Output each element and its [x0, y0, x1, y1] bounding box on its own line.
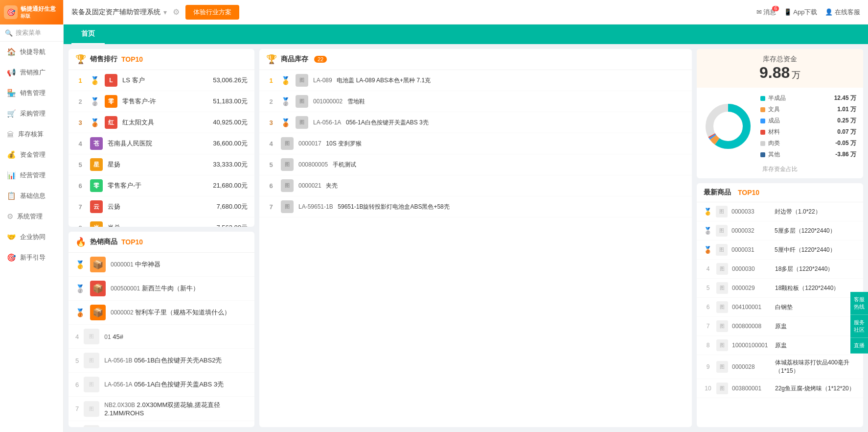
customer-amount: 7,563.00元 [216, 223, 248, 227]
sidebar-item-finance[interactable]: 💰 资金管理 [0, 144, 63, 165]
rank-number: 3 [75, 119, 85, 126]
new-product-code: 0000030 [732, 265, 771, 272]
sidebar-item-marketing[interactable]: 📢 营销推广 [0, 62, 63, 83]
newest-products-top-label: TOP10 [738, 189, 759, 196]
new-product-image: 图 [716, 339, 728, 351]
service-icon: 👤 [825, 8, 833, 16]
sidebar-item-basic[interactable]: 📋 基础信息 [0, 186, 63, 206]
customer-amount: 33,333.00元 [213, 160, 248, 169]
product-name: 45# [113, 333, 123, 340]
new-product-image: 图 [716, 282, 728, 294]
new-product-item: 10 图 003800001 22g鱼豆腐-烧烤味（1*12*20） [697, 379, 863, 398]
inv-avatar: 图 [296, 95, 308, 108]
legend-label: 成品 [768, 117, 834, 125]
medal-icon: 🥈 [90, 97, 100, 106]
new-product-code: 0000028 [732, 363, 771, 370]
new-product-item: 6 图 004100001 白钢垫 [697, 298, 863, 317]
new-product-code: 0000032 [731, 227, 771, 234]
new-product-image: 图 [716, 320, 728, 332]
customer-rank-item: 4 苍 苍南县人民医院 36,600.00元 [69, 133, 254, 154]
settings-icon[interactable]: ⚙ [173, 7, 180, 17]
product-image: 📦 [90, 281, 106, 296]
new-product-code: 0000029 [732, 285, 771, 291]
inv-product-info: 001000002 雪地鞋 [313, 97, 685, 106]
stock-total-unit: 万 [792, 70, 800, 80]
legend-item: 其他 -3.86 万 [760, 149, 856, 160]
medal-icon: 🥇 [90, 76, 100, 85]
inv-product-name: 056-1A白色按键开关盖ABS 3壳 [346, 119, 429, 126]
sidebar-item-sales[interactable]: 🏪 销售管理 [0, 83, 63, 103]
sidebar-label-sales: 销售管理 [20, 89, 46, 97]
inventory-rank-header: 🏆 商品库存 22 [259, 49, 692, 70]
sidebar-label-cooperation: 企业协同 [20, 233, 46, 241]
product-image: 图 [84, 329, 99, 344]
message-btn[interactable]: ✉ 消息 6 [756, 8, 777, 17]
sidebar: 🎯 畅捷通好生意 标版 🔍 搜索菜单 🏠 快捷导航 📢 营销推广 🏪 销售管理 … [0, 0, 64, 432]
online-service-btn[interactable]: 👤 在线客服 [825, 8, 860, 17]
hot-product-item: 4 图 01 45# [69, 325, 254, 349]
rank-indicator: 4 [75, 333, 79, 340]
system-title-text: 装备及固定资产辅助管理系统 [71, 8, 160, 17]
inv-product-info: LA-59651-1B 59651-1B旋转投影灯电池盒ABS黑色+58壳 [298, 203, 685, 211]
sidebar-item-purchase[interactable]: 🛒 采购管理 [0, 103, 63, 124]
rank-number: 5 [75, 357, 79, 364]
legend-color [760, 152, 765, 157]
sidebar-item-cooperation[interactable]: 🤝 企业协同 [0, 227, 63, 247]
inventory-rank-item: 4 图 0000017 10S 变刹罗猴 [259, 133, 692, 154]
app-download-btn[interactable]: 📱 App下载 [784, 8, 817, 17]
hot-products-top-label: TOP10 [121, 238, 143, 246]
customer-name: 红太阳文具 [122, 118, 208, 127]
hot-product-item: 6 图 LA-056-1A 056-1A白色按键开关盖ABS 3壳 [69, 373, 254, 397]
tab-home[interactable]: 首页 [71, 24, 105, 44]
customer-rank-item: 7 云 云扬 7,680.00元 [69, 196, 254, 217]
sidebar-item-operation[interactable]: 📊 经营管理 [0, 165, 63, 186]
medal-icon: 🥉 [90, 118, 100, 127]
customer-rank-item: 2 🥈 零 零售客户-许 51,183.00元 [69, 91, 254, 112]
inventory-rank-item: 7 图 LA-59651-1B 59651-1B旋转投影灯电池盒ABS黑色+58… [259, 196, 692, 217]
sidebar-label-finance: 资金管理 [20, 150, 46, 159]
inv-product-code: LA-089 [313, 77, 332, 84]
inv-product-name: 夹壳 [326, 182, 338, 189]
product-info: 000500001 新西兰牛肉（新牛） [111, 284, 248, 293]
app-name: 畅捷通好生意 [21, 5, 56, 13]
new-product-item: 🥇 图 0000033 封边带（1.0*22） [697, 202, 863, 221]
customer-service-btn[interactable]: 客服热线 [850, 292, 868, 315]
sidebar-label-basic: 基础信息 [20, 192, 46, 200]
direct-btn[interactable]: 直播 [850, 338, 868, 354]
stock-total-label: 库存总资金 [763, 55, 797, 63]
sidebar-item-quick-nav[interactable]: 🏠 快捷导航 [0, 42, 63, 62]
sidebar-item-system[interactable]: ⚙ 系统管理 [0, 206, 63, 227]
new-product-item: 🥉 图 0000031 5厘中纤（1220*2440） [697, 240, 863, 260]
rank-number: 5 [266, 161, 276, 168]
customer-name: 星扬 [108, 160, 208, 169]
dropdown-icon[interactable]: ▾ [163, 8, 167, 16]
product-code: 0000001 [111, 261, 134, 268]
service-community-btn[interactable]: 服务社区 [850, 315, 868, 338]
inv-avatar: 图 [281, 158, 294, 171]
customer-amount: 40,925.00元 [213, 118, 248, 127]
legend-item: 文具 1.01 万 [760, 104, 856, 115]
sidebar-item-guide[interactable]: 🎯 新手引导 [0, 247, 63, 268]
stock-summary-card: 库存总资金 9.88 万 [697, 49, 863, 178]
stock-trophy-icon: 🏆 [266, 54, 277, 65]
customer-name: 零售客户-许 [122, 97, 208, 106]
topbar: 装备及固定资产辅助管理系统 ▾ ⚙ 体验行业方案 ✉ 消息 6 📱 App下载 … [64, 0, 868, 24]
legend-color [760, 107, 765, 112]
body-area: 🏆 销售排行 TOP10 1 🥇 L LS 客户 53,006.26元 2 🥈 … [64, 44, 868, 432]
inv-product-code: 0000017 [298, 140, 321, 147]
rank-number: 4 [75, 140, 85, 147]
newest-products-card: 最新商品 TOP10 🥇 图 0000033 封边带（1.0*22） 🥈 图 0… [697, 183, 863, 427]
sidebar-nav: 🏠 快捷导航 📢 营销推广 🏪 销售管理 🛒 采购管理 🏛 库存核算 💰 资金管… [0, 42, 63, 432]
stock-chart-area: 半成品 12.45 万 文具 1.01 万 成品 0.25 万 材料 0.07 … [697, 88, 863, 165]
search-menu[interactable]: 🔍 搜索菜单 [0, 24, 63, 42]
hot-products-card: 🔥 热销商品 TOP10 🥇 📦 0000001 中华神器 🥈 📦 000500… [69, 232, 254, 427]
inv-product-code: 0000021 [298, 182, 321, 189]
product-name: 智利车子里（规格不知道填什么） [135, 309, 230, 316]
trial-button[interactable]: 体验行业方案 [185, 5, 239, 20]
customer-avatar: 肖 [90, 221, 103, 227]
sidebar-item-stock[interactable]: 🏛 库存核算 [0, 124, 63, 144]
stock-total: 库存总资金 9.88 万 [697, 49, 863, 88]
inv-product-code: 001000002 [313, 98, 343, 105]
medal-icon: 🥉 [75, 309, 85, 317]
legend-item: 半成品 12.45 万 [760, 93, 856, 104]
